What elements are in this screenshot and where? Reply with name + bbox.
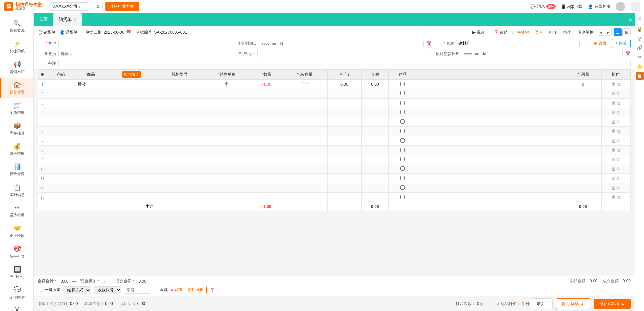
- gift-checkbox-4[interactable]: [400, 119, 405, 124]
- shortcut-button[interactable]: 快捷键: [515, 29, 531, 36]
- cell-unit-price-3[interactable]: [328, 108, 361, 117]
- cell-product-8[interactable]: [75, 155, 106, 164]
- cell-unit-price-6[interactable]: [328, 136, 361, 146]
- customer-input[interactable]: [58, 40, 227, 47]
- user-menu[interactable]: [631, 2, 640, 11]
- sidebar-item-app-center[interactable]: 🔲 应用中心: [0, 262, 33, 283]
- cell-spec-10[interactable]: [157, 174, 202, 183]
- cell-amount-5[interactable]: [361, 127, 389, 136]
- logistics-button[interactable]: + 物流: [612, 39, 631, 48]
- cell-quantity-8[interactable]: [251, 155, 282, 164]
- gift-checkbox-9[interactable]: [400, 166, 405, 171]
- cell-amount-8[interactable]: [361, 155, 389, 164]
- cell-gift-10[interactable]: [389, 174, 416, 183]
- delete-icon-8[interactable]: 🗑: [611, 157, 616, 162]
- cell-unit-10[interactable]: [202, 174, 251, 183]
- cell-gift-3[interactable]: [389, 108, 416, 117]
- sidebar-item-quick-nav[interactable]: ⚡ 快捷导航: [0, 37, 33, 57]
- cell-barcode-11[interactable]: [47, 183, 75, 193]
- notes-input[interactable]: [58, 60, 631, 67]
- gift-checkbox-0[interactable]: [400, 82, 405, 86]
- cell-unit-price-11[interactable]: [328, 183, 361, 193]
- app-download-button[interactable]: 📱 App下载: [561, 4, 582, 9]
- save-new-button[interactable]: 保存&新增 ▲: [594, 299, 631, 309]
- customer-address-input[interactable]: [257, 50, 426, 57]
- cell-product-7[interactable]: [75, 146, 106, 155]
- cell-unit-price-7[interactable]: [328, 146, 361, 155]
- delete-icon-3[interactable]: 🗑: [611, 110, 616, 115]
- cell-amount-4[interactable]: [361, 117, 389, 127]
- sidebar-item-membership[interactable]: V 畅会员: [0, 303, 33, 311]
- gift-checkbox-1[interactable]: [400, 91, 405, 95]
- cell-gift-5[interactable]: [389, 127, 416, 136]
- sidebar-item-system[interactable]: ⚙ 系统管理: [0, 201, 33, 221]
- copy-icon-2[interactable]: ⧉: [617, 101, 620, 106]
- cell-unit-1[interactable]: [202, 89, 251, 99]
- save-draft-button[interactable]: 保存草稿 ▲: [556, 298, 591, 309]
- delivery-date-calendar-icon[interactable]: 📅: [626, 51, 631, 56]
- cell-pack-qty-10[interactable]: [282, 174, 328, 183]
- cell-product-1[interactable]: [75, 89, 106, 99]
- cell-spec-2[interactable]: [157, 99, 202, 108]
- cell-pack-qty-11[interactable]: [282, 183, 328, 193]
- tab-home[interactable]: 首页: [34, 13, 53, 26]
- cell-amount-12[interactable]: [361, 193, 389, 202]
- cell-quantity-2[interactable]: [251, 99, 282, 108]
- copy-icon-9[interactable]: ⧉: [617, 166, 620, 172]
- copy-icon-0[interactable]: ⧉: [617, 82, 620, 87]
- copy-icon-7[interactable]: ⧉: [617, 148, 620, 153]
- cell-gift-12[interactable]: [389, 193, 416, 202]
- grid-view-btn[interactable]: ⊞: [622, 28, 631, 36]
- one-click-pay-checkbox[interactable]: [38, 288, 42, 292]
- cell-product-3[interactable]: [75, 108, 106, 117]
- cell-spec-0[interactable]: [157, 80, 202, 89]
- right-panel-icon-7[interactable]: 📋: [636, 72, 644, 80]
- cell-amount-1[interactable]: [361, 89, 389, 99]
- due-date-calendar-icon[interactable]: 📅: [426, 41, 431, 46]
- online-service-button[interactable]: 👤 在线客服: [588, 4, 610, 9]
- scan-button[interactable]: 扫码录入: [122, 71, 141, 78]
- sidebar-item-finance[interactable]: 💰 资金管理: [0, 139, 33, 160]
- right-panel-icon-1[interactable]: ☰: [636, 15, 644, 24]
- cell-gift-11[interactable]: [389, 183, 416, 193]
- cell-pack-qty-3[interactable]: [282, 108, 328, 117]
- cell-gift-7[interactable]: [389, 146, 416, 155]
- delivery-date-input[interactable]: [462, 50, 623, 57]
- discard-button[interactable]: 放弃: [530, 298, 553, 309]
- tab-close-icon[interactable]: ×: [74, 17, 76, 22]
- cell-product-5[interactable]: [75, 127, 106, 136]
- cell-unit-price-2[interactable]: [328, 99, 361, 108]
- cell-pack-qty-12[interactable]: [282, 193, 328, 202]
- account-input[interactable]: [124, 287, 151, 294]
- radio-return-order[interactable]: 退货单: [60, 30, 77, 35]
- cell-product-9[interactable]: [75, 164, 106, 174]
- cell-gift-2[interactable]: [389, 99, 416, 108]
- gift-checkbox-12[interactable]: [400, 195, 405, 199]
- delete-icon-11[interactable]: 🗑: [611, 185, 616, 191]
- sidebar-item-management[interactable]: 📊 经营管理: [0, 160, 33, 180]
- cell-product-11[interactable]: [75, 183, 106, 193]
- cell-unit-6[interactable]: [202, 136, 251, 146]
- company-select[interactable]: XXXXXX公司 ▾: [50, 2, 90, 11]
- cell-amount-6[interactable]: [361, 136, 389, 146]
- cell-spec-12[interactable]: [157, 193, 202, 202]
- cell-unit-9[interactable]: [202, 164, 251, 174]
- cell-pack-qty-6[interactable]: [282, 136, 328, 146]
- cell-unit-price-4[interactable]: [328, 117, 361, 127]
- customer-dots[interactable]: ···: [229, 41, 233, 46]
- gift-checkbox-5[interactable]: [400, 129, 405, 133]
- copy-icon-5[interactable]: ⧉: [617, 129, 620, 134]
- cell-spec-5[interactable]: [157, 127, 202, 136]
- cell-product-10[interactable]: [75, 174, 106, 183]
- cell-pack-qty-9[interactable]: [282, 164, 328, 174]
- warehouse-input[interactable]: [456, 40, 579, 47]
- cell-product-2[interactable]: [75, 99, 106, 108]
- delete-icon-0[interactable]: 🗑: [611, 82, 616, 87]
- cell-unit-price-0[interactable]: 0.00: [328, 80, 361, 89]
- cell-pack-qty-2[interactable]: [282, 99, 328, 108]
- copy-icon-3[interactable]: ⧉: [617, 110, 620, 115]
- cell-quantity-6[interactable]: [251, 136, 282, 146]
- right-panel-icon-3[interactable]: ◎: [636, 34, 644, 42]
- radio-sales-order[interactable]: 销货单: [38, 30, 55, 35]
- cell-barcode-12[interactable]: [47, 193, 75, 202]
